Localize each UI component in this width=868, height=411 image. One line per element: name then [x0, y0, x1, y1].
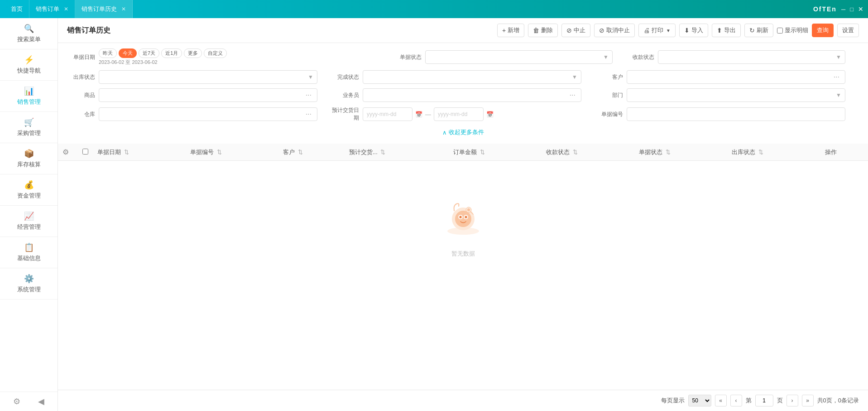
sidebar-item-inventory[interactable]: 📦 库存核算	[0, 143, 58, 174]
warehouse-select[interactable]: ···	[99, 107, 317, 121]
th-settings: ⚙	[58, 144, 78, 161]
table-gear-icon[interactable]: ⚙	[62, 148, 69, 156]
tab-sales-order[interactable]: 销售订单 ✕	[29, 0, 75, 18]
customer-dots[interactable]: ···	[832, 73, 841, 81]
department-arrow: ▼	[836, 92, 841, 98]
toolbar: + 新增 🗑 删除 ⊘ 中止 ⊘ 取消中止 🖨 打印	[497, 24, 859, 43]
collapse-button[interactable]: ∧ 收起更多条件	[67, 126, 859, 138]
bill-number-input[interactable]	[627, 107, 845, 121]
bill-status-select[interactable]: ▼	[425, 50, 613, 64]
import-button[interactable]: ⬇ 导入	[679, 24, 708, 37]
refresh-button[interactable]: ↻ 刷新	[744, 24, 773, 37]
department-select[interactable]: ▼	[627, 88, 845, 102]
product-dots[interactable]: ···	[304, 91, 313, 99]
export-button[interactable]: ⬆ 导出	[712, 24, 741, 37]
delete-button[interactable]: 🗑 删除	[528, 24, 558, 37]
sidebar-item-search[interactable]: 🔍 搜索菜单	[0, 18, 58, 49]
sidebar-item-finance[interactable]: 💰 资金管理	[0, 174, 58, 206]
sidebar: 🔍 搜索菜单 ⚡ 快捷导航 📊 销售管理 🛒 采购管理 📦 库存核算 💰 资金管…	[0, 18, 58, 411]
date-more-btn[interactable]: 更多	[184, 48, 202, 58]
next-page-button[interactable]: ›	[786, 395, 798, 406]
filter-row-2: 出库状态 ▼ 完成状态 ▼ 客户	[67, 70, 859, 84]
date-7days-btn[interactable]: 近7天	[139, 48, 159, 58]
first-page-button[interactable]: «	[715, 395, 727, 406]
delivery-date-start[interactable]	[363, 107, 412, 121]
new-button[interactable]: + 新增	[497, 24, 524, 37]
outbound-status-select[interactable]: ▼	[99, 70, 317, 84]
sort-customer-icon[interactable]: ⇅	[298, 149, 303, 155]
print-button[interactable]: 🖨 打印 ▼	[638, 24, 676, 37]
th-outbound-status: 出库状态 ⇅	[727, 144, 820, 161]
table-area: ⚙ 单据日期 ⇅ 单据编号 ⇅	[58, 144, 868, 390]
bill-status-arrow: ▼	[603, 54, 609, 60]
query-button[interactable]: 查询	[812, 24, 834, 37]
sidebar-item-sales[interactable]: 📊 销售管理	[0, 81, 58, 112]
warehouse-dots[interactable]: ···	[304, 110, 313, 118]
delivery-date-end[interactable]	[434, 107, 484, 121]
salesman-dots[interactable]: ···	[568, 91, 577, 99]
display-detail-checkbox[interactable]	[777, 28, 783, 34]
page-input[interactable]	[755, 395, 773, 406]
payment-status-select[interactable]: ▼	[658, 50, 845, 64]
sort-amount-icon[interactable]: ⇅	[480, 149, 485, 155]
sidebar-item-basic[interactable]: 📋 基础信息	[0, 237, 58, 268]
select-all-checkbox[interactable]	[82, 149, 88, 155]
th-customer: 客户 ⇅	[278, 144, 345, 161]
complete-status-arrow: ▼	[572, 74, 577, 80]
date-today-btn[interactable]: 今天	[119, 48, 137, 58]
warehouse-label: 仓库	[67, 111, 99, 118]
sort-outbound-icon[interactable]: ⇅	[758, 149, 763, 155]
calendar-start-icon[interactable]: 📅	[415, 111, 422, 118]
sort-bill-icon[interactable]: ⇅	[666, 149, 671, 155]
page-label: 第	[746, 396, 752, 405]
th-bill-status: 单据状态 ⇅	[634, 144, 727, 161]
maximize-button[interactable]: □	[850, 6, 854, 13]
sidebar-item-system[interactable]: ⚙️ 系统管理	[0, 268, 58, 300]
calendar-end-icon[interactable]: 📅	[486, 111, 494, 118]
svg-point-5	[459, 216, 461, 218]
sort-delivery-icon[interactable]: ⇅	[380, 149, 385, 155]
sort-number-icon[interactable]: ⇅	[217, 149, 222, 155]
date-1month-btn[interactable]: 近1月	[161, 48, 182, 58]
complete-status-select[interactable]: ▼	[363, 70, 581, 84]
tab-home[interactable]: 首页	[5, 0, 29, 18]
sort-payment-icon[interactable]: ⇅	[573, 149, 578, 155]
bill-number-control	[627, 107, 845, 121]
tab-close-sales-order[interactable]: ✕	[64, 6, 68, 12]
tab-close-sales-history[interactable]: ✕	[121, 6, 126, 12]
per-page-select[interactable]: 20 50 100	[688, 395, 711, 406]
bill-number-label: 单据编号	[595, 111, 627, 118]
minimize-button[interactable]: ─	[841, 6, 845, 13]
th-operation: 操作	[820, 144, 868, 161]
customer-select[interactable]: ···	[627, 70, 845, 84]
window-close-button[interactable]: ✕	[858, 5, 863, 13]
date-yesterday-btn[interactable]: 昨天	[99, 48, 117, 58]
product-select[interactable]: ···	[99, 88, 317, 102]
outbound-status-arrow: ▼	[308, 74, 313, 80]
th-amount: 订单金额 ⇅	[449, 144, 542, 161]
settings-button[interactable]: 设置	[837, 24, 859, 37]
collapse-sidebar-icon[interactable]: ◀	[38, 396, 44, 406]
date-custom-btn[interactable]: 自定义	[204, 48, 227, 58]
tab-sales-history[interactable]: 销售订单历史 ✕	[75, 0, 133, 18]
prev-page-button[interactable]: ‹	[730, 395, 742, 406]
th-payment-status: 收款状态 ⇅	[542, 144, 634, 161]
display-detail-checkbox-label[interactable]: 显示明细	[777, 26, 808, 34]
sidebar-item-operations[interactable]: 📈 经营管理	[0, 206, 58, 237]
operations-icon: 📈	[24, 211, 34, 221]
cancel-stop-button[interactable]: ⊘ 取消中止	[594, 24, 635, 37]
sidebar-bottom: ⚙ ◀	[0, 392, 58, 411]
cancel-stop-icon: ⊘	[599, 27, 604, 34]
empty-illustration	[441, 197, 486, 242]
stop-button[interactable]: ⊘ 中止	[561, 24, 590, 37]
sidebar-item-purchase[interactable]: 🛒 采购管理	[0, 112, 58, 143]
salesman-select[interactable]: ···	[363, 88, 581, 102]
empty-state: 暂无数据	[58, 161, 868, 294]
settings-bottom-icon[interactable]: ⚙	[13, 396, 20, 406]
sort-date-icon[interactable]: ⇅	[124, 149, 129, 155]
warehouse-control: ···	[99, 107, 317, 121]
delivery-date-label: 预计交货日期	[331, 106, 363, 122]
last-page-button[interactable]: »	[802, 395, 814, 406]
sidebar-item-shortcuts[interactable]: ⚡ 快捷导航	[0, 49, 58, 81]
top-bar-right: OfTEn ─ □ ✕	[813, 5, 863, 13]
